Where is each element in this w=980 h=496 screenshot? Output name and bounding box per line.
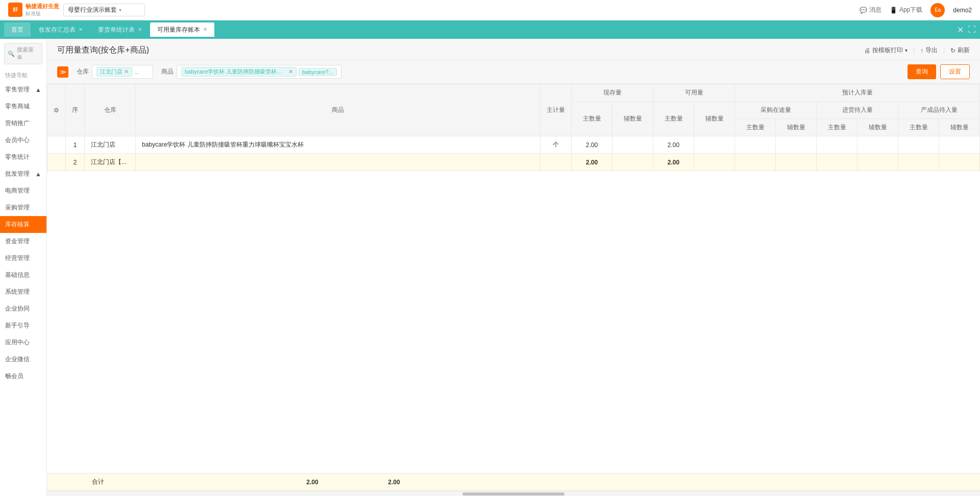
logo-text-block: 畅捷通好生意 标准版 — [26, 3, 59, 17]
sidebar-item-label: 新手引导 — [5, 321, 30, 330]
sidebar-item-label: 采购管理 — [5, 203, 30, 212]
sidebar-item-label: 资金管理 — [5, 237, 30, 246]
refresh-button[interactable]: ↻ 刷新 — [950, 46, 970, 55]
tab-available-inventory[interactable]: 可用量库存账本 ✕ — [150, 22, 214, 37]
user-name[interactable]: demo2 — [953, 7, 972, 14]
warehouse-tag-close-icon[interactable]: ✕ — [124, 68, 129, 75]
sidebar-item-label: 畅会员 — [5, 372, 23, 381]
th-expected-in: 预计入库量 — [735, 84, 980, 102]
query-button[interactable]: 查询 — [908, 64, 936, 79]
th-settings[interactable]: ⚙ — [47, 84, 66, 136]
sidebar-item-newguide[interactable]: 新手引导 — [0, 317, 46, 334]
sidebar-item-label: 批发管理 — [5, 170, 30, 178]
logo-main-text: 畅捷通好生意 — [26, 3, 59, 10]
tab-order-summary[interactable]: 要货单统计表 ✕ — [91, 22, 149, 37]
tab-receive-summary[interactable]: 收发存汇总表 ✕ — [32, 22, 90, 37]
nav-tabs: 首页 收发存汇总表 ✕ 要货单统计表 ✕ 可用量库存账本 ✕ ✕ ⛶ — [0, 20, 980, 39]
nav-close-button[interactable]: ✕ — [957, 25, 964, 35]
product-filter-group: 商品 babycare学饮杯 儿童防摔防撞吸管杯重力球吸嘴杯宝宝水杯 ✕ bab… — [161, 65, 341, 79]
tab-receive-summary-label: 收发存汇总表 — [39, 26, 76, 34]
td-inbound-aux — [857, 136, 898, 154]
sidebar-item-system[interactable]: 系统管理 — [0, 284, 46, 300]
sidebar-item-operation[interactable]: 经营管理 — [0, 250, 46, 267]
th-available-main: 主数量 — [653, 102, 694, 136]
message-button[interactable]: 💬 消息 — [860, 6, 881, 14]
warehouse-filter-group: 仓库 江北门店 ✕ ... — [77, 65, 153, 79]
td-inbound-aux — [857, 154, 898, 171]
sidebar-item-wechat[interactable]: 企业微信 — [0, 351, 46, 368]
th-current-stock: 现存量 — [572, 84, 653, 102]
td-product: babycare学饮杯 儿童防摔防撞吸管杯重力球吸嘴杯宝宝水杯 — [136, 136, 541, 154]
warehouse-more-btn[interactable]: ... — [134, 68, 139, 76]
industry-select-label: 母婴行业演示账套 — [68, 6, 117, 14]
nav-tabs-actions: ✕ ⛶ — [957, 25, 976, 35]
sidebar-item-marketing[interactable]: 营销推广 — [0, 115, 46, 132]
logo-sub-text: 标准版 — [26, 10, 59, 17]
sidebar-item-label: 企业微信 — [5, 355, 30, 364]
warehouse-filter-input[interactable]: 江北门店 ✕ ... — [92, 65, 153, 79]
sidebar-item-enterprise[interactable]: 企业协同 — [0, 300, 46, 317]
avatar-initial: Ea — [935, 7, 941, 13]
logo-area: 好 畅捷通好生意 标准版 — [8, 3, 59, 17]
th-available-aux: 辅数量 — [694, 102, 735, 136]
template-print-button[interactable]: 🖨 按模板打印 ▾ — [864, 46, 908, 55]
product-tag1-text: babycare学饮杯 儿童防摔防撞吸管杯重力球吸嘴杯宝宝水杯 — [185, 68, 287, 76]
td-no: 1 — [66, 136, 85, 154]
td-available-aux — [694, 136, 735, 154]
sidebar-item-finance[interactable]: 资金管理 — [0, 233, 46, 250]
footer-current-main: 2.00 — [292, 479, 333, 486]
tab-home[interactable]: 首页 — [4, 22, 31, 37]
sidebar-search-button[interactable]: 🔍 搜索菜单 — [4, 43, 42, 64]
message-icon: 💬 — [860, 7, 867, 14]
product-tag1-close-icon[interactable]: ✕ — [288, 68, 293, 75]
app-download-button[interactable]: 📱 App下载 — [890, 6, 922, 14]
setting-button[interactable]: 设置 — [940, 64, 970, 79]
th-no: 序 — [66, 84, 85, 136]
sidebar-item-label: 零售统计 — [5, 153, 30, 161]
tab-order-summary-label: 要货单统计表 — [98, 26, 135, 34]
sidebar-item-inventory[interactable]: 库存核算 — [0, 216, 46, 233]
export-label: 导出 — [925, 46, 938, 55]
sidebar-item-member[interactable]: 会员中心 — [0, 132, 46, 149]
sidebar-item-member2[interactable]: 畅会员 — [0, 368, 46, 385]
td-product-main — [898, 154, 939, 171]
sidebar-item-zero-retail[interactable]: 零售管理 ▲ — [0, 81, 46, 98]
sidebar-search-label: 搜索菜单 — [17, 46, 39, 61]
sidebar-item-retail-stat[interactable]: 零售统计 — [0, 149, 46, 166]
tab-close-icon[interactable]: ✕ — [203, 27, 207, 32]
th-product-aux: 辅数量 — [939, 119, 980, 136]
tab-close-icon[interactable]: ✕ — [138, 27, 142, 32]
warehouse-tag: 江北门店 ✕ — [96, 67, 132, 77]
sidebar-item-label: 电商管理 — [5, 186, 30, 195]
sidebar-item-retail-mall[interactable]: 零售商城 — [0, 98, 46, 115]
nav-expand-button[interactable]: ⛶ — [968, 25, 976, 34]
app-icon: 📱 — [890, 7, 897, 14]
refresh-icon: ↻ — [950, 47, 955, 54]
avatar[interactable]: Ea — [930, 3, 945, 17]
th-warehouse: 仓库 — [85, 84, 136, 136]
sidebar-item-appcenter[interactable]: 应用中心 — [0, 334, 46, 351]
tab-close-icon[interactable]: ✕ — [79, 27, 83, 32]
export-button[interactable]: ↑ 导出 — [920, 46, 938, 55]
sidebar-item-basic[interactable]: 基础信息 — [0, 267, 46, 284]
table-area: ⚙ 序 仓库 商品 主计量 现存量 可用量 预计入库量 主数量 辅数量 主数量 — [47, 84, 980, 473]
th-current-main: 主数量 — [572, 102, 612, 136]
product-tag2-text: babycare?... — [302, 69, 333, 75]
tab-home-label: 首页 — [11, 26, 23, 34]
table-row: 1 江北门店 babycare学饮杯 儿童防摔防撞吸管杯重力球吸嘴杯宝宝水杯 个… — [47, 136, 980, 154]
sidebar-item-ecommerce[interactable]: 电商管理 — [0, 182, 46, 199]
refresh-label: 刷新 — [958, 46, 970, 55]
sidebar-item-purchase[interactable]: 采购管理 — [0, 199, 46, 216]
td-product — [136, 154, 541, 171]
product-filter-input[interactable]: babycare学饮杯 儿童防摔防撞吸管杯重力球吸嘴杯宝宝水杯 ✕ babyca… — [177, 65, 341, 79]
industry-select[interactable]: 母婴行业演示账套 ▾ — [63, 4, 145, 16]
sidebar-quick-nav[interactable]: 快捷导航 — [0, 68, 46, 81]
filter-expand-button[interactable]: ≫ — [57, 66, 68, 78]
top-bar-left: 好 畅捷通好生意 标准版 母婴行业演示账套 ▾ — [8, 3, 145, 17]
divider — [944, 47, 944, 54]
sidebar-item-wholesale[interactable]: 批发管理 ▲ — [0, 166, 46, 182]
td-settings — [47, 154, 66, 171]
td-product-aux — [939, 154, 980, 171]
horizontal-scrollbar[interactable] — [462, 492, 565, 495]
td-purchase-main — [735, 136, 776, 154]
